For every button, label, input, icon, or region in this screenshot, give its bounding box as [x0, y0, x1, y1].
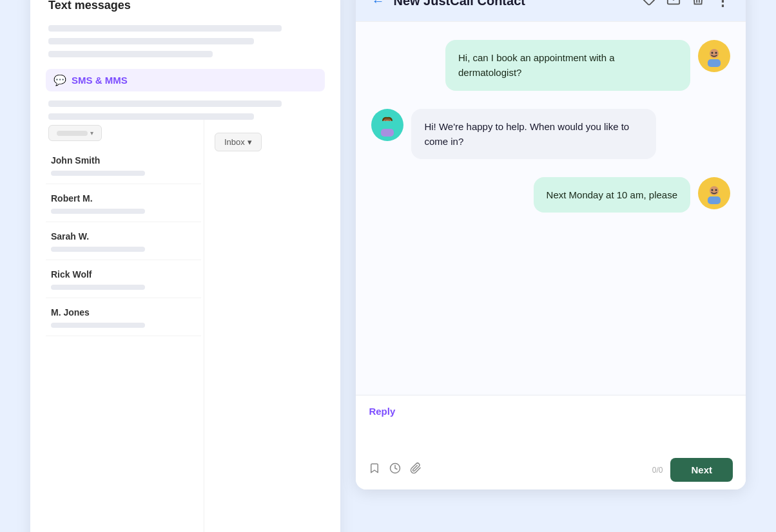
- skeleton-bar: [48, 25, 282, 32]
- contact-name: M. Jones: [51, 307, 196, 318]
- attachment-icon[interactable]: [410, 462, 422, 477]
- chat-title: New JustCall Contact: [393, 0, 635, 8]
- next-button[interactable]: Next: [670, 458, 733, 482]
- avatar-male-2: [698, 177, 730, 209]
- reply-label: Reply: [369, 406, 733, 417]
- contact-list: John Smith Robert M. Sarah W. Rick Wolf: [43, 146, 204, 336]
- svg-rect-16: [708, 196, 721, 204]
- skeleton-bar: [48, 38, 254, 44]
- bookmark-icon[interactable]: [369, 462, 380, 477]
- trash-icon[interactable]: [691, 0, 705, 10]
- contact-item-robert[interactable]: Robert M.: [46, 184, 201, 222]
- contact-name: Sarah W.: [51, 231, 196, 242]
- tag-icon[interactable]: [642, 0, 656, 10]
- reply-area: Reply 0/0 Next: [356, 395, 746, 489]
- reply-input[interactable]: [369, 422, 733, 448]
- svg-rect-11: [381, 129, 394, 137]
- message-row-1: Hi, can I book an appointment with a der…: [371, 40, 730, 91]
- contact-item-mjones[interactable]: M. Jones: [46, 298, 201, 336]
- reply-tools-left: [369, 462, 422, 477]
- bottom-btns: 0/0 Next: [652, 458, 733, 482]
- right-col: Inbox ▾: [204, 120, 327, 532]
- right-panel: ← New JustCall Contact ⋮ Hi, can I book …: [356, 0, 746, 489]
- contact-skeleton: [51, 285, 145, 290]
- contact-name: Robert M.: [51, 193, 196, 204]
- sms-mms-item[interactable]: 💬 SMS & MMS: [46, 69, 325, 91]
- header-icons: ⋮: [642, 0, 730, 10]
- two-col-layout: ▾ John Smith Robert M. Sarah W.: [43, 120, 327, 532]
- chat-body: Hi, can I book an appointment with a der…: [356, 22, 746, 395]
- svg-rect-6: [708, 59, 721, 67]
- panel-title: Text messages: [43, 0, 327, 12]
- svg-point-15: [715, 189, 717, 191]
- chevron-down-icon: ▾: [247, 137, 252, 147]
- chat-header: ← New JustCall Contact ⋮: [356, 0, 746, 22]
- filter-row: ▾: [43, 120, 204, 146]
- left-panel: Text messages 💬 SMS & MMS ▾: [30, 0, 340, 532]
- contact-skeleton: [51, 209, 145, 214]
- contact-skeleton: [51, 247, 145, 252]
- more-icon[interactable]: ⋮: [715, 0, 730, 10]
- contact-name: John Smith: [51, 155, 196, 166]
- contact-skeleton: [51, 171, 145, 176]
- sms-icon: 💬: [53, 74, 66, 86]
- sidebar-skeletons-bottom: [43, 100, 327, 120]
- sms-mms-label: SMS & MMS: [72, 75, 128, 86]
- char-count: 0/0: [652, 466, 663, 475]
- skeleton-bar: [48, 113, 254, 120]
- main-container: Text messages 💬 SMS & MMS ▾: [17, 0, 759, 532]
- avatar-male-1: [698, 40, 730, 72]
- inbox-filter-row: Inbox ▾: [209, 128, 322, 157]
- sidebar-skeletons-top: [43, 25, 327, 57]
- message-bubble-3: Next Monday at 10 am, please: [534, 177, 690, 213]
- skeleton-bar: [48, 100, 282, 107]
- contact-item-sarah[interactable]: Sarah W.: [46, 222, 201, 260]
- mail-icon[interactable]: [666, 0, 681, 10]
- clock-icon[interactable]: [389, 462, 401, 477]
- message-row-2: Hi! We're happy to help. When would you …: [371, 109, 730, 160]
- message-bubble-2: Hi! We're happy to help. When would you …: [411, 109, 656, 160]
- message-row-3: Next Monday at 10 am, please: [371, 177, 730, 213]
- left-col: ▾ John Smith Robert M. Sarah W.: [43, 120, 204, 532]
- avatar-female: [371, 109, 403, 141]
- contact-item-john[interactable]: John Smith: [46, 146, 201, 184]
- inbox-label: Inbox: [224, 137, 245, 147]
- svg-point-14: [712, 189, 713, 191]
- contact-name: Rick Wolf: [51, 269, 196, 280]
- svg-point-5: [715, 52, 717, 54]
- inbox-button[interactable]: Inbox ▾: [215, 133, 262, 151]
- filter-skeleton: [57, 131, 88, 136]
- message-bubble-1: Hi, can I book an appointment with a der…: [445, 40, 690, 91]
- filter-button[interactable]: ▾: [48, 125, 102, 141]
- chevron-down-icon: ▾: [90, 129, 93, 137]
- svg-point-4: [712, 52, 713, 54]
- skeleton-bar: [48, 51, 213, 57]
- contact-item-rick[interactable]: Rick Wolf: [46, 260, 201, 298]
- contact-skeleton: [51, 323, 145, 328]
- reply-toolbar: 0/0 Next: [369, 458, 733, 482]
- back-arrow-icon[interactable]: ←: [371, 0, 384, 8]
